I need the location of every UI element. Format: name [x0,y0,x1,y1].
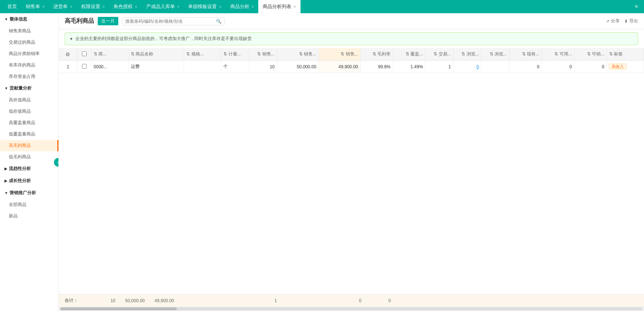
row-browse1: 0 [453,61,481,73]
th-settings: ⚙ [59,48,77,61]
sort-icon-14[interactable]: ⇅ [554,51,558,57]
sort-icon-7[interactable]: ⇅ [341,51,344,57]
sidebar-group-growth[interactable]: ▶ 成长性分析 [0,175,58,187]
nav-permission-settings[interactable]: 权限设置 × [77,0,109,13]
sort-icon-5[interactable]: ⇅ [257,51,261,57]
sidebar-item-category-assist[interactable]: 商品分类助销率 [0,48,58,59]
sidebar-item-high-cover-goods[interactable]: 高覆盖量商品 [0,117,58,129]
sort-icon-8[interactable]: ⇅ [373,51,376,57]
close-permission-settings[interactable]: × [102,4,105,9]
row-browse2 [481,61,509,73]
search-input[interactable] [125,19,216,24]
row-checkbox-cell [77,61,91,73]
sort-icon-13[interactable]: ⇅ [522,51,526,57]
th-sale-amount: ⇅ 销售... [277,48,319,61]
page-title: 高毛利商品 [65,17,94,25]
select-all-checkbox[interactable] [82,51,87,56]
close-purchase-order[interactable]: × [70,4,72,9]
th-name: ⇅ 商品名称 [128,48,184,61]
sidebar-group-marketing[interactable]: ▼ 营销推广分析 [0,187,58,199]
th-stock2: ⇅ 可用... [542,48,574,61]
th-spec: ⇅ 规格... [184,48,221,61]
time-filter-button[interactable]: 近一月 [98,17,118,25]
nav-product-instock[interactable]: 产成品入库单 × [142,0,184,13]
th-sale-profit: ⇅ 销售... [319,48,361,61]
sort-icon-11[interactable]: ⇅ [461,51,465,57]
sort-icon-2[interactable]: ⇅ [131,51,134,57]
sidebar-group-contribution[interactable]: ▼ 贡献量分析 [0,82,58,94]
sidebar-group-overall[interactable]: ▼ 整体信息 [0,13,58,25]
sidebar-item-high-margin-goods[interactable]: 高毛利商品 [0,140,58,151]
sidebar-group-trend[interactable]: ▶ 流趋性分析 [0,163,58,175]
settings-icon[interactable]: ⚙ [65,51,70,57]
row-qty: 10 [249,61,277,73]
arrow-right-icon-2: ▶ [4,179,7,183]
sort-icon-4[interactable]: ⇅ [223,51,227,57]
sort-icon-6[interactable]: ⇅ [299,51,303,57]
close-product-instock[interactable]: × [177,4,179,9]
row-tag: 高收入 [607,61,644,73]
sort-icon[interactable]: ⇅ [94,51,97,57]
sidebar-item-low-margin-goods[interactable]: 低毛利商品 [0,151,58,163]
close-role-auth[interactable]: × [135,4,137,9]
footer-stock1: 0 [335,298,364,303]
nav-product-analysis[interactable]: 商品分析 × [226,0,258,13]
high-income-tag: 高收入 [609,64,626,69]
th-stock1: ⇅ 现有... [509,48,542,61]
th-unit: ⇅ 计量... [221,48,249,61]
row-spec [184,61,221,73]
scrollbar-thumb[interactable] [60,307,177,310]
share-button[interactable]: ↗ 分享 [606,18,620,24]
arrow-down-icon-2: ▼ [4,86,8,90]
nav-product-analysis-list[interactable]: 商品分析列表 × [258,0,300,13]
sidebar-item-all-goods[interactable]: 全部商品 [0,199,58,210]
footer-qty: 10 [89,298,118,303]
th-tag: ⇅ 标签 [607,48,644,61]
nav-sales-order[interactable]: 销售单 × [21,0,49,13]
sidebar-item-low-value-goods[interactable]: 低价值商品 [0,106,58,117]
row-checkbox[interactable] [82,64,87,69]
sort-icon-3[interactable]: ⇅ [186,51,190,57]
sidebar-item-new-goods[interactable]: 新品 [0,210,58,222]
sidebar-item-low-cover-goods[interactable]: 低覆盖量商品 [0,129,58,140]
close-template-settings[interactable]: × [219,4,221,9]
sidebar-item-in-stock-goods[interactable]: 有库存的商品 [0,59,58,71]
row-stock1: 0 [509,61,542,73]
footer-trade: 1 [251,298,280,303]
sidebar-item-traded-goods[interactable]: 交易过的商品 [0,37,58,48]
th-checkbox [77,48,91,61]
close-product-analysis-list[interactable]: × [294,4,296,9]
nav-template-settings[interactable]: 单据模板设置 × [184,0,226,13]
sidebar-item-sales-goods[interactable]: 销售类商品 [0,25,58,37]
th-code: ⇅ 商... [91,48,128,61]
sidebar: ▼ 整体信息 销售类商品 交易过的商品 商品分类助销率 有库存的商品 库存资金占… [0,13,59,311]
nav-home[interactable]: 首页 [3,0,21,13]
search-icon[interactable]: 🔍 [216,19,222,24]
export-button[interactable]: ⬇ 导出 [624,18,638,24]
footer-stock2: 0 [364,298,394,303]
close-sales-order[interactable]: × [42,4,44,9]
row-num: 1 [59,61,77,73]
sidebar-item-stock-funds[interactable]: 库存资金占用 [0,71,58,82]
table-row: 1 0000... 运费 [59,61,644,73]
sort-icon-16[interactable]: ⇅ [609,51,613,57]
horizontal-scrollbar[interactable] [59,307,644,311]
data-table: ⚙ ⇅ 商... ⇅ 商品名称 [59,48,644,73]
table-footer: 合计： 10 50,000.00 49,900.00 1 0 0 [59,294,644,307]
th-trade: ⇅ 交易... [425,48,453,61]
sidebar-item-high-value-goods[interactable]: 高价值商品 [0,94,58,106]
th-margin-rate: ⇅ 毛利率 [360,48,393,61]
nav-purchase-order[interactable]: 进货单 × [49,0,76,13]
sort-icon-9[interactable]: ⇅ [406,51,409,57]
arrow-right-icon: ▶ [4,167,7,171]
sort-icon-10[interactable]: ⇅ [433,51,437,57]
sort-icon-15[interactable]: ⇅ [587,51,591,57]
window-close-button[interactable]: × [632,2,641,11]
th-browse1: ⇅ 浏览... [453,48,481,61]
nav-role-auth[interactable]: 角色授权 × [109,0,141,13]
row-name: 运费 [128,61,184,73]
sort-icon-12[interactable]: ⇅ [490,51,493,57]
close-product-analysis[interactable]: × [252,4,254,9]
info-icon: ✦ [69,36,73,41]
footer-sale-cost: 49,900.00 [148,298,177,303]
